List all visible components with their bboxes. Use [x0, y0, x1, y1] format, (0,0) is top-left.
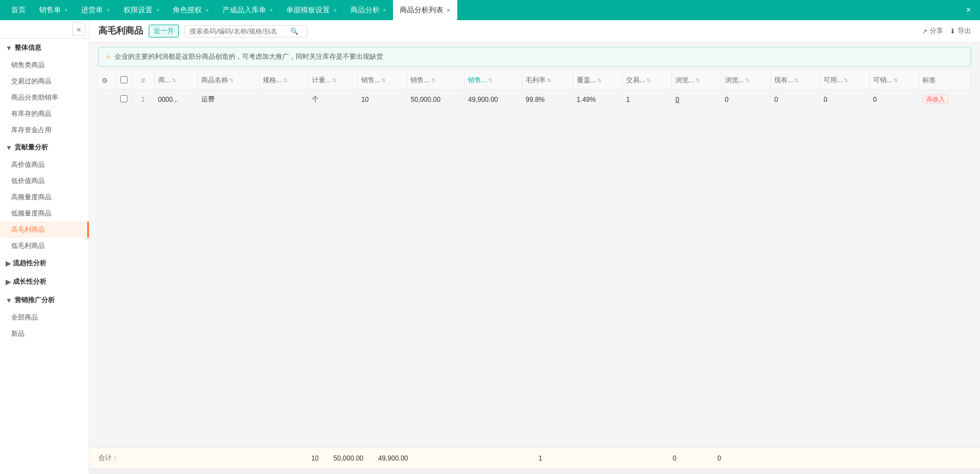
close-window-button[interactable]: × [962, 5, 976, 15]
tab-permission-settings[interactable]: 权限设置 × [117, 0, 166, 20]
row-sales-profit: 49,900.00 [465, 90, 522, 109]
sort-icon-unit: ⇅ [332, 77, 337, 83]
sort-icon-current-stock: ⇅ [794, 77, 799, 83]
tab-purchase-order[interactable]: 进货单 × [74, 0, 116, 20]
sidebar-item-capital-occupation[interactable]: 库存资金占用 [0, 122, 89, 138]
sidebar-item-sales-ranking[interactable]: 销售类商品 [0, 57, 89, 73]
tab-sales-order[interactable]: 销售单 × [32, 0, 74, 20]
footer-sales-profit: 49,900.00 [367, 454, 411, 462]
col-code[interactable]: 商... ⇅ [154, 71, 197, 90]
search-input[interactable] [190, 27, 290, 35]
section-label-growth: 成长性分析 [13, 277, 46, 287]
info-banner: ✧ 企业的主要的利润都是这部分商品创造的，可考虑加大推广，同时关注库存是不要出现… [98, 47, 971, 67]
col-name[interactable]: 商品名称 ⇅ [197, 71, 259, 90]
close-tab-role[interactable]: × [205, 7, 209, 13]
top-nav: 首页 销售单 × 进货单 × 权限设置 × 角色授权 × 产成品入库单 × 单据… [0, 0, 980, 20]
section-label-profit: 贡献量分析 [15, 143, 48, 152]
sidebar-collapse-button[interactable]: « [72, 22, 86, 36]
close-tab-inbound[interactable]: × [269, 7, 273, 13]
col-saleable[interactable]: 可销... ⇅ [869, 71, 919, 90]
tab-role-permission[interactable]: 角色授权 × [166, 0, 215, 20]
sidebar-item-product-classification[interactable]: 商品分类助销率 [0, 90, 89, 106]
select-all-checkbox[interactable] [120, 76, 127, 83]
search-icon[interactable]: 🔍 [290, 27, 299, 35]
period-button[interactable]: 近一月 [149, 25, 179, 37]
sidebar-section-growth-analysis[interactable]: 成长性分析 [0, 273, 89, 291]
section-arrow-trend [6, 260, 11, 267]
col-sales-qty[interactable]: 销售... ⇅ [358, 71, 407, 90]
row-browse1[interactable]: 0 [672, 90, 721, 109]
col-coverage[interactable]: 覆盖... ⇅ [573, 71, 622, 90]
sidebar-item-all-products[interactable]: 全部商品 [0, 309, 89, 326]
sidebar-item-high-freq[interactable]: 高频量度商品 [0, 189, 89, 205]
row-coverage: 1.49% [573, 90, 622, 109]
content-area: 高毛利商品 近一月 🔍 ↗ 分享 ⬇ 导出 ✧ 企业的主要的利润都是这部分商品创… [89, 20, 980, 474]
sidebar-item-low-value[interactable]: 低价值商品 [0, 173, 89, 189]
table-container: ⚙ # 商... ⇅ [89, 71, 980, 447]
row-code[interactable]: 0000... [154, 90, 197, 109]
browse1-link[interactable]: 0 [675, 96, 679, 104]
row-sales-qty: 10 [358, 90, 407, 109]
section-arrow-profit [6, 144, 12, 152]
table-header-row: ⚙ # 商... ⇅ [98, 71, 971, 90]
sidebar-section-overall-info[interactable]: 整体信息 [0, 39, 89, 57]
col-sales-profit[interactable]: 销售... ⇅ [465, 71, 522, 90]
tab-product-analysis[interactable]: 商品分析 × [344, 0, 393, 20]
close-tab-template[interactable]: × [333, 7, 337, 13]
col-current-stock[interactable]: 现有... ⇅ [770, 71, 820, 90]
row-checkbox[interactable] [115, 90, 132, 109]
share-icon: ↗ [922, 27, 927, 35]
sidebar-item-in-stock-products[interactable]: 有库存的商品 [0, 106, 89, 122]
close-tab-sales[interactable]: × [64, 7, 68, 13]
row-name[interactable]: 运费 [197, 90, 259, 109]
footer-browse2-spacer [590, 454, 635, 462]
tab-home[interactable]: 首页 [4, 0, 32, 20]
footer-spacer [165, 454, 277, 462]
table-row: 1 0000... 运费 个 10 50,000.00 49,900.00 99… [98, 90, 971, 109]
row-available: 0 [820, 90, 869, 109]
close-tab-purchase[interactable]: × [106, 7, 110, 13]
tab-product-analysis-list[interactable]: 商品分析列表 × [393, 0, 457, 20]
col-tag[interactable]: 标签 [919, 71, 970, 90]
sidebar-section-profit-analysis[interactable]: 贡献量分析 [0, 138, 89, 157]
row-transaction: 1 [622, 90, 671, 109]
section-label-overall: 整体信息 [15, 43, 41, 53]
sort-icon-sales-qty: ⇅ [381, 77, 386, 83]
col-transaction[interactable]: 交易... ⇅ [622, 71, 671, 90]
search-box: 🔍 [184, 25, 307, 37]
sidebar-item-high-margin[interactable]: 高毛利商品 [0, 222, 89, 238]
section-arrow-growth [6, 278, 11, 286]
tag-badge: 高收入 [922, 95, 949, 104]
sidebar-item-traded-products[interactable]: 交易过的商品 [0, 73, 89, 90]
row-tag: 高收入 [919, 90, 970, 109]
sidebar-item-new-products[interactable]: 新品 [0, 326, 89, 342]
col-browse2[interactable]: 浏览... ⇅ [721, 71, 770, 90]
col-num: # [132, 71, 154, 90]
sidebar-section-marketing-analysis[interactable]: 营销推广分析 [0, 291, 89, 309]
sidebar-item-high-value[interactable]: 高价值商品 [0, 157, 89, 173]
horizontal-scrollbar[interactable] [89, 468, 980, 474]
tab-product-inbound[interactable]: 产成品入库单 × [216, 0, 280, 20]
col-spec[interactable]: 规格... ⇅ [259, 71, 308, 90]
share-button[interactable]: ↗ 分享 [922, 26, 943, 36]
sidebar-section-trend-analysis[interactable]: 流趋性分析 [0, 254, 89, 273]
export-button[interactable]: ⬇ 导出 [950, 26, 971, 36]
col-checkbox[interactable] [115, 71, 132, 90]
close-tab-analysis-list[interactable]: × [447, 7, 450, 13]
row-select-checkbox[interactable] [120, 95, 127, 102]
close-tab-permission[interactable]: × [156, 7, 159, 13]
col-gross-margin[interactable]: 毛利率 ⇅ [522, 71, 573, 90]
close-tab-analysis[interactable]: × [383, 7, 386, 13]
col-settings[interactable]: ⚙ [98, 71, 115, 90]
tab-template-settings[interactable]: 单据模板设置 × [280, 0, 343, 20]
section-arrow-marketing [6, 297, 12, 304]
sort-icon-code: ⇅ [172, 77, 176, 83]
col-unit[interactable]: 计量... ⇅ [308, 71, 357, 90]
sidebar-item-low-freq[interactable]: 低频量度商品 [0, 205, 89, 222]
footer-current-stock: 0 [635, 454, 680, 462]
sidebar-item-low-margin[interactable]: 低毛利商品 [0, 238, 89, 254]
footer-transaction: 1 [501, 454, 546, 462]
col-sales-amt[interactable]: 销售... ⇅ [407, 71, 465, 90]
col-browse1[interactable]: 浏览... ⇅ [672, 71, 721, 90]
col-available[interactable]: 可用... ⇅ [820, 71, 869, 90]
